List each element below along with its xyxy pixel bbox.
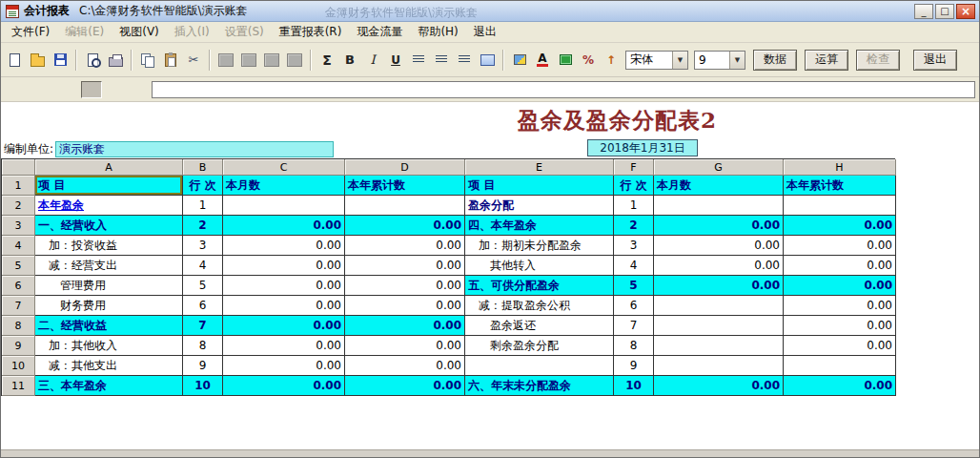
formula-input[interactable] <box>152 81 975 98</box>
cell-C6[interactable]: 0.00 <box>223 276 345 296</box>
underline-button[interactable]: U <box>385 50 406 71</box>
cell-F7[interactable]: 6 <box>614 296 654 316</box>
copy-button[interactable] <box>137 50 158 71</box>
menu-item-file[interactable]: 文件(F) <box>4 21 57 43</box>
row-header-9[interactable]: 9 <box>2 336 35 356</box>
row-header-8[interactable]: 8 <box>2 316 35 336</box>
cell-A7[interactable]: 财务费用 <box>35 296 183 316</box>
print-button[interactable] <box>105 50 126 71</box>
cut-button[interactable]: ✂ <box>183 50 204 71</box>
cell-H2[interactable] <box>784 196 896 216</box>
sum-button[interactable]: Σ <box>316 50 337 71</box>
cell-G1[interactable]: 本月数 <box>654 176 784 196</box>
align-right-button[interactable] <box>454 50 475 71</box>
cell-E10[interactable] <box>465 356 614 376</box>
cell-B9[interactable]: 8 <box>183 336 223 356</box>
cell-B5[interactable]: 4 <box>183 256 223 276</box>
cell-H5[interactable]: 0.00 <box>784 256 896 276</box>
cell-C7[interactable]: 0.00 <box>223 296 345 316</box>
column-header-E[interactable]: E <box>465 159 614 176</box>
cell-B2[interactable]: 1 <box>183 196 223 216</box>
cell-F4[interactable]: 3 <box>614 236 654 256</box>
cell-E7[interactable]: 减：提取盈余公积 <box>465 296 614 316</box>
cell-B8[interactable]: 7 <box>183 316 223 336</box>
merge-cells-button[interactable] <box>477 50 498 71</box>
cell-G7[interactable] <box>654 296 784 316</box>
cell-F3[interactable]: 2 <box>614 216 654 236</box>
cell-C4[interactable]: 0.00 <box>223 236 345 256</box>
row-header-4[interactable]: 4 <box>2 236 35 256</box>
fill-color-button[interactable] <box>509 50 530 71</box>
cell-B7[interactable]: 6 <box>183 296 223 316</box>
row-header-11[interactable]: 11 <box>2 376 35 396</box>
cell-E3[interactable]: 四、本年盈余 <box>465 216 614 236</box>
align-center-button[interactable] <box>431 50 452 71</box>
row-header-6[interactable]: 6 <box>2 276 35 296</box>
cell-F9[interactable]: 8 <box>614 336 654 356</box>
cell-E1[interactable]: 项 目 <box>465 176 614 196</box>
italic-button[interactable]: I <box>362 50 383 71</box>
cell-H11[interactable]: 0.00 <box>784 376 896 396</box>
row-header-5[interactable]: 5 <box>2 256 35 276</box>
cell-D2[interactable] <box>345 196 465 216</box>
column-header-D[interactable]: D <box>345 159 465 176</box>
cell-C9[interactable]: 0.00 <box>223 336 345 356</box>
cell-E6[interactable]: 五、可供分配盈余 <box>465 276 614 296</box>
cell-C2[interactable] <box>223 196 345 216</box>
cell-C10[interactable]: 0.00 <box>223 356 345 376</box>
bold-button[interactable]: B <box>339 50 360 71</box>
cell-A11[interactable]: 三、本年盈余 <box>35 376 183 396</box>
cell-D7[interactable]: 0.00 <box>345 296 465 316</box>
column-header-F[interactable]: F <box>614 159 654 176</box>
cell-A8[interactable]: 二、经营收益 <box>35 316 183 336</box>
align-left-button[interactable] <box>408 50 429 71</box>
save-button[interactable] <box>50 50 71 71</box>
menu-item-view[interactable]: 视图(V) <box>112 21 167 43</box>
chevron-down-icon[interactable]: ▼ <box>672 52 687 69</box>
column-header-H[interactable]: H <box>784 159 896 176</box>
grid-corner[interactable] <box>2 159 35 176</box>
row-header-2[interactable]: 2 <box>2 196 35 216</box>
report-date-field[interactable]: 2018年1月31日 <box>587 139 698 156</box>
column-header-A[interactable]: A <box>35 159 183 176</box>
cell-C5[interactable]: 0.00 <box>223 256 345 276</box>
column-header-C[interactable]: C <box>223 159 345 176</box>
cell-F8[interactable]: 7 <box>614 316 654 336</box>
menu-item-reset-report[interactable]: 重置报表(R) <box>272 21 350 43</box>
close-button[interactable]: × <box>956 4 975 19</box>
cell-H10[interactable] <box>784 356 896 376</box>
cell-G5[interactable]: 0.00 <box>654 256 784 276</box>
cell-F10[interactable]: 9 <box>614 356 654 376</box>
cell-B3[interactable]: 2 <box>183 216 223 236</box>
cell-H1[interactable]: 本年累计数 <box>784 176 896 196</box>
name-box-button[interactable] <box>81 81 102 98</box>
cell-G9[interactable] <box>654 336 784 356</box>
minimize-button[interactable]: _ <box>914 4 933 19</box>
font-color-button[interactable]: A <box>532 50 553 71</box>
cell-E11[interactable]: 六、年末未分配盈余 <box>465 376 614 396</box>
new-document-button[interactable] <box>4 50 25 71</box>
cell-A6[interactable]: 管理费用 <box>35 276 183 296</box>
cell-E9[interactable]: 剩余盈余分配 <box>465 336 614 356</box>
cell-A9[interactable]: 加：其他收入 <box>35 336 183 356</box>
cell-D11[interactable]: 0.00 <box>345 376 465 396</box>
font-size-select[interactable]: 9 ▼ <box>694 51 745 70</box>
cell-G3[interactable]: 0.00 <box>654 216 784 236</box>
cell-H9[interactable]: 0.00 <box>784 336 896 356</box>
cell-F5[interactable]: 4 <box>614 256 654 276</box>
cell-D1[interactable]: 本年累计数 <box>345 176 465 196</box>
cell-D4[interactable]: 0.00 <box>345 236 465 256</box>
cell-H3[interactable]: 0.00 <box>784 216 896 236</box>
row-header-7[interactable]: 7 <box>2 296 35 316</box>
menu-item-cash-flow[interactable]: 现金流量 <box>349 21 410 43</box>
cell-B6[interactable]: 5 <box>183 276 223 296</box>
cell-F1[interactable]: 行 次 <box>614 176 654 196</box>
cell-C8[interactable]: 0.00 <box>223 316 345 336</box>
up-arrow-button[interactable]: ↑ <box>601 50 622 71</box>
cell-D5[interactable]: 0.00 <box>345 256 465 276</box>
cell-F2[interactable]: 1 <box>614 196 654 216</box>
cell-B10[interactable]: 9 <box>183 356 223 376</box>
cell-C11[interactable]: 0.00 <box>223 376 345 396</box>
cell-D3[interactable]: 0.00 <box>345 216 465 236</box>
cell-F6[interactable]: 5 <box>614 276 654 296</box>
